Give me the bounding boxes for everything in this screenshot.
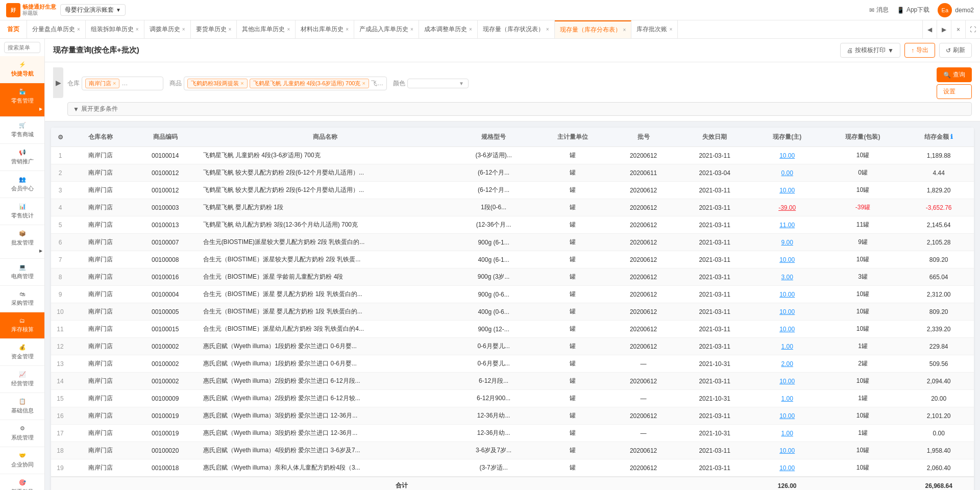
sidebar-item-basic-info[interactable]: 📋 基础信息 xyxy=(0,393,44,420)
sidebar-item-member-center[interactable]: 👥 会员中心 xyxy=(0,171,44,198)
close-tab-fenku[interactable]: × xyxy=(77,27,80,32)
row-qty-main[interactable]: 10.00 xyxy=(752,459,822,477)
sidebar-item-enterprise[interactable]: 🤝 企业协同 xyxy=(0,447,44,474)
close-tab-cost-adjust[interactable]: × xyxy=(469,27,472,32)
row-batch: 20200612 xyxy=(610,442,677,459)
row-qty-main[interactable]: 10.00 xyxy=(752,251,822,268)
sidebar-item-retail-mgmt[interactable]: 🏪 零售管理 ▶ xyxy=(0,83,44,117)
close-tab-batch-ledger[interactable]: × xyxy=(669,27,672,32)
row-qty-main[interactable]: 10.00 xyxy=(752,373,822,390)
row-qty-main[interactable]: 1.00 xyxy=(752,425,822,442)
industry-select[interactable]: 母婴行业演示账套 ▼ xyxy=(60,4,126,16)
sidebar-item-inventory-check[interactable]: 🗂 库存核算 xyxy=(0,312,44,339)
row-qty-main[interactable]: 11.00 xyxy=(752,216,822,234)
sidebar-item-new-guide[interactable]: 🎯 新手引导 xyxy=(0,474,44,490)
row-qty-main[interactable]: 2.00 xyxy=(752,355,822,373)
tab-fenku-history[interactable]: 分量盘点单历史 × xyxy=(27,20,86,39)
row-batch: — xyxy=(610,425,677,442)
template-print-btn[interactable]: 🖨 按模板打印 ▼ xyxy=(840,43,900,58)
warehouse-more-btn[interactable]: … xyxy=(121,80,128,87)
row-num: 2 xyxy=(51,164,69,182)
message-btn[interactable]: ✉ 消息 xyxy=(869,6,889,14)
nav-next-btn[interactable]: ▶ xyxy=(937,20,951,39)
sidebar-item-sys-mgmt[interactable]: ⚙ 系统管理 xyxy=(0,420,44,447)
tab-inventory-status[interactable]: 现存量（库存状况表） × xyxy=(478,20,555,39)
goods-tags-box[interactable]: 飞鹤奶粉3段两提装 × 飞鹤星飞帆 儿童奶粉 4段(3-6岁适用) 700克 ×… xyxy=(184,77,387,90)
user-area[interactable]: Ea demo2 xyxy=(938,3,974,17)
tab-batch-ledger[interactable]: 库存批次账 × xyxy=(631,20,678,39)
settings-btn[interactable]: 设置 xyxy=(937,84,972,99)
close-tab-other-out[interactable]: × xyxy=(287,27,290,32)
sidebar-item-quick-nav[interactable]: ⚡ 快捷导航 xyxy=(0,56,44,83)
nav-prev-btn[interactable]: ◀ xyxy=(923,20,937,39)
sidebar-item-finance-mgmt[interactable]: 💰 资金管理 xyxy=(0,339,44,366)
tab-yao-history[interactable]: 要货单历史 × xyxy=(191,20,237,39)
sidebar-item-purchase-mgmt[interactable]: 🛍 采购管理 xyxy=(0,286,44,312)
th-settings[interactable]: ⚙ xyxy=(51,128,69,147)
table-header-row: ⚙ 仓库名称 商品编码 商品名称 规格型号 主计量单位 批号 失效日期 现存量(… xyxy=(51,128,974,147)
sidebar-item-retail-stats[interactable]: 📊 零售统计 xyxy=(0,198,44,225)
row-qty-main[interactable]: 10.00 xyxy=(752,286,822,303)
row-qty-main[interactable]: 1.00 xyxy=(752,338,822,355)
row-expire: 2021-03-11 xyxy=(677,268,752,286)
nav-close-all-btn[interactable]: × xyxy=(951,20,966,39)
chevron-right-icon2: ▶ xyxy=(39,249,42,253)
tab-other-out-history[interactable]: 其他出库单历史 × xyxy=(237,20,296,39)
row-qty-main[interactable]: 10.00 xyxy=(752,321,822,338)
goods-tag-1[interactable]: 飞鹤星飞帆 儿童奶粉 4段(3-6岁适用) 700克 × xyxy=(250,79,369,88)
export-btn[interactable]: ↑ 导出 xyxy=(904,43,935,58)
goods-tag-remove-0[interactable]: × xyxy=(240,80,243,86)
close-tab-inv-dist[interactable]: × xyxy=(623,27,626,33)
tab-home[interactable]: 首页 xyxy=(0,20,27,39)
goods-tag-0[interactable]: 飞鹤奶粉3段两提装 × xyxy=(187,79,248,88)
sidebar-item-retail-shop[interactable]: 🛒 零售商城 xyxy=(0,117,44,144)
row-warehouse: 南岸门店 xyxy=(69,321,132,338)
close-tab-zuhe[interactable]: × xyxy=(136,27,139,32)
row-spec: 12-36月幼... xyxy=(451,407,536,425)
expand-more-btn[interactable]: ▼ 展开更多条件 xyxy=(67,102,972,116)
close-tab-inv-status[interactable]: × xyxy=(546,27,549,32)
row-expire: 2021-03-11 xyxy=(677,147,752,164)
row-qty-main[interactable]: 3.00 xyxy=(752,268,822,286)
filter-expand-arrow-btn[interactable]: ▶ xyxy=(53,67,63,98)
warehouse-tag-0[interactable]: 南岸门店 × xyxy=(85,79,119,88)
app-download-btn[interactable]: 📱 App下载 xyxy=(897,6,929,14)
row-qty-main[interactable]: 10.00 xyxy=(752,303,822,321)
close-tab-material-out[interactable]: × xyxy=(346,27,349,32)
nav-maximize-btn[interactable]: ⛶ xyxy=(966,20,980,39)
warehouse-tag-remove[interactable]: × xyxy=(113,80,116,86)
sidebar-search-input[interactable] xyxy=(4,42,40,53)
tab-inventory-dist[interactable]: 现存量（库存分布表） × xyxy=(555,20,632,39)
query-btn[interactable]: 🔍 查询 xyxy=(937,67,972,82)
table-row: 1 南岸门店 00100014 飞鹤星飞帆 儿童奶粉 4段(3-6岁适用) 70… xyxy=(51,147,974,164)
goods-tag-remove-1[interactable]: × xyxy=(362,80,365,86)
warehouse-label: 仓库 xyxy=(67,79,80,88)
tab-zuhe-history[interactable]: 组装拆卸单历史 × xyxy=(86,20,144,39)
close-tab-product-in[interactable]: × xyxy=(410,27,413,32)
color-filter-box[interactable]: ▼ xyxy=(407,79,469,88)
expand-label: 展开更多条件 xyxy=(81,105,118,113)
goods-more-btn[interactable]: 飞… xyxy=(371,79,383,88)
row-qty-main[interactable]: 10.00 xyxy=(752,442,822,459)
row-qty-main[interactable]: 9.00 xyxy=(752,234,822,251)
warehouse-tags-box[interactable]: 南岸门店 × … xyxy=(82,77,163,90)
row-qty-main[interactable]: 10.00 xyxy=(752,182,822,199)
close-tab-diaob[interactable]: × xyxy=(182,27,185,32)
close-tab-yao[interactable]: × xyxy=(229,27,232,32)
tab-diaob-history[interactable]: 调拨单历史 × xyxy=(144,20,191,39)
refresh-btn[interactable]: ↺ 刷新 xyxy=(939,43,972,58)
row-qty-pkg: -39罐 xyxy=(822,199,904,216)
sidebar-item-marketing[interactable]: 📢 营销推广 xyxy=(0,144,44,171)
logo-area: 好 畅捷通好生意 标题版 xyxy=(6,3,56,17)
row-qty-main[interactable]: 0.00 xyxy=(752,164,822,182)
row-qty-main[interactable]: -39.00 xyxy=(752,199,822,216)
sidebar-item-ecommerce[interactable]: 💻 电商管理 xyxy=(0,259,44,286)
sidebar-item-operations[interactable]: 📈 经营管理 xyxy=(0,366,44,393)
row-qty-main[interactable]: 1.00 xyxy=(752,390,822,407)
row-qty-main[interactable]: 10.00 xyxy=(752,147,822,164)
sidebar-item-wholesale-mgmt[interactable]: 📦 批发管理 ▶ xyxy=(0,225,44,259)
tab-product-in-history[interactable]: 产成品入库单历史 × xyxy=(354,20,419,39)
tab-cost-adjust-history[interactable]: 成本调整单历史 × xyxy=(419,20,478,39)
row-qty-main[interactable]: 10.00 xyxy=(752,407,822,425)
tab-material-out-history[interactable]: 材料出库单历史 × xyxy=(296,20,354,39)
